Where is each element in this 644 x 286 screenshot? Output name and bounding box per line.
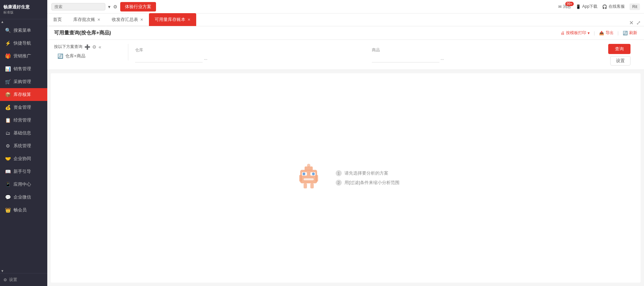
svg-rect-3: [304, 178, 314, 180]
msg-badge: 99+: [565, 2, 574, 6]
filter-schemes-panel: 按以下方案查询 ➕ ⚙ « 🔄 仓库+商品: [54, 44, 128, 60]
sidebar-label-search: 搜索菜单: [14, 27, 31, 33]
tab-available-ledger[interactable]: 可用量库存账本✕: [149, 13, 196, 26]
dropdown-arrow[interactable]: ▾: [108, 4, 110, 9]
sidebar-label-system: 系统管理: [14, 143, 31, 149]
filter-label-row: 按以下方案查询 ➕ ⚙ «: [54, 44, 125, 50]
warehouse-more-btn[interactable]: ...: [204, 56, 207, 61]
tab-collect-account[interactable]: 收发存汇总表✕: [106, 13, 149, 26]
tip-1: 1 请先选择要分析的方案: [336, 170, 400, 176]
sidebar-item-basic[interactable]: 🗂基础信息: [0, 127, 47, 139]
svg-rect-0: [300, 170, 317, 183]
filter-fields: 仓库 ... 商品 ... 查询 设置: [128, 44, 637, 66]
user-btn[interactable]: Rit: [629, 3, 640, 10]
tab-batch-account[interactable]: 库存批次账✕: [68, 13, 106, 26]
tab-close-collect-account[interactable]: ✕: [140, 18, 143, 22]
svg-point-10: [303, 173, 305, 175]
sidebar-icon-app-center: 📱: [5, 182, 11, 187]
sidebar-item-marketing[interactable]: 🎁营销推广: [0, 50, 47, 62]
tab-close-available-ledger[interactable]: ✕: [187, 18, 190, 22]
settings-btn[interactable]: 设置: [610, 56, 630, 66]
goods-more-btn[interactable]: ...: [441, 56, 444, 61]
scheme-label: 仓库+商品: [65, 53, 85, 59]
print-icon: 🖨: [561, 31, 565, 35]
warehouse-field: 仓库 ...: [135, 47, 365, 62]
maximize-window-btn[interactable]: ⤢: [636, 20, 641, 26]
print-btn[interactable]: 🖨 按模板打印 ▾: [561, 30, 590, 36]
sidebar-icon-basic: 🗂: [5, 130, 11, 136]
empty-tips: 1 请先选择要分析的方案 2 用[过滤]条件来缩小分析范围: [336, 170, 400, 186]
settings-scheme-btn[interactable]: ⚙: [92, 44, 97, 50]
query-btn[interactable]: 查询: [608, 44, 630, 54]
tip-num-1: 1: [336, 170, 342, 176]
sidebar-item-quick-nav[interactable]: ⚡快捷导航: [0, 37, 47, 50]
warehouse-input[interactable]: [135, 54, 203, 62]
sidebar-footer-label: 设置: [9, 277, 17, 283]
sidebar-item-system[interactable]: ⚙系统管理: [0, 139, 47, 152]
sidebar-icon-marketing: 🎁: [5, 53, 11, 59]
sidebar-item-inventory[interactable]: 📦库存核算: [0, 88, 47, 101]
sidebar-label-quick-nav: 快捷导航: [14, 40, 31, 46]
sidebar-item-app-center[interactable]: 📱应用中心: [0, 178, 47, 191]
refresh-btn[interactable]: 🔄 刷新: [623, 30, 637, 36]
sidebar-item-newbie[interactable]: 📖新手引导: [0, 165, 47, 178]
sidebar-item-vip[interactable]: 👑畅会员: [0, 204, 47, 216]
warehouse-label: 仓库: [135, 47, 365, 53]
empty-state-content: 1 请先选择要分析的方案 2 用[过滤]条件来缩小分析范围: [292, 158, 400, 198]
refresh-label: 刷新: [629, 30, 637, 36]
sidebar-item-enterprise-wechat[interactable]: 💬企业微信: [0, 191, 47, 204]
tab-label-batch-account: 库存批次账: [73, 17, 95, 23]
svg-point-11: [312, 173, 315, 175]
industry-btn[interactable]: 体验行业方案: [120, 2, 156, 11]
sidebar-scroll-up: ▲: [0, 19, 5, 24]
svg-rect-5: [315, 175, 318, 182]
service-btn[interactable]: 🎧 在线客服: [602, 4, 625, 9]
scheme-warehouse-goods[interactable]: 🔄 仓库+商品: [54, 52, 125, 60]
settings-icon[interactable]: ⚙: [3, 278, 7, 282]
sidebar-item-purchase[interactable]: 🛒采购管理: [0, 75, 47, 88]
sidebar-item-operations[interactable]: 📋经营管理: [0, 114, 47, 127]
export-label: 导出: [606, 30, 614, 36]
tabs-actions: ✕ ⤢: [626, 20, 644, 26]
sidebar-label-enterprise-wechat: 企业微信: [14, 194, 31, 200]
page-content: 可用量查询(按仓库+商品) 🖨 按模板打印 ▾ | 📤 导出 | 🔄 刷新: [47, 26, 644, 286]
filter-actions: 查询 设置: [608, 44, 630, 66]
sidebar-icon-enterprise-wechat: 💬: [5, 194, 11, 200]
sidebar-item-enterprise[interactable]: 🤝企业协同: [0, 152, 47, 165]
sidebar-label-purchase: 采购管理: [14, 79, 31, 85]
svg-rect-6: [304, 183, 307, 188]
refresh-icon: 🔄: [623, 31, 628, 35]
goods-label: 商品: [372, 47, 602, 53]
goods-field: 商品 ...: [372, 47, 602, 62]
gear-icon[interactable]: ⚙: [113, 4, 118, 9]
print-dropdown-icon[interactable]: ▾: [588, 31, 590, 35]
add-scheme-btn[interactable]: ➕: [84, 44, 90, 50]
sidebar-label-finance: 资金管理: [14, 104, 31, 110]
collapse-btn[interactable]: «: [99, 44, 101, 50]
search-input[interactable]: [51, 3, 105, 10]
close-window-btn[interactable]: ✕: [629, 20, 634, 26]
app-download-btn[interactable]: 📱 App下载: [576, 4, 597, 9]
sidebar-footer: ⚙ 设置: [0, 273, 47, 286]
separator-2: |: [618, 30, 619, 35]
sidebar-item-search[interactable]: 🔍搜索菜单: [0, 24, 47, 37]
page-header: 可用量查询(按仓库+商品) 🖨 按模板打印 ▾ | 📤 导出 | 🔄 刷新: [47, 26, 644, 40]
tab-close-batch-account[interactable]: ✕: [97, 18, 100, 22]
sidebar-icon-inventory: 📦: [5, 92, 11, 97]
tab-label-available-ledger: 可用量库存账本: [155, 17, 185, 23]
svg-rect-4: [299, 175, 302, 182]
sidebar-icon-finance: 💰: [5, 105, 11, 110]
tabs-bar: 首页库存批次账✕收发存汇总表✕可用量库存账本✕ ✕ ⤢: [47, 14, 644, 26]
topbar-right: ✉ 消息 99+ 📱 App下载 🎧 在线客服 Rit: [558, 3, 640, 10]
tab-home[interactable]: 首页: [47, 13, 68, 26]
export-btn[interactable]: 📤 导出: [599, 30, 614, 36]
sidebar-menu: 🔍搜索菜单⚡快捷导航🎁营销推广📊销售管理🛒采购管理📦库存核算💰资金管理📋经营管理…: [0, 24, 47, 268]
msg-btn[interactable]: ✉ 消息 99+: [558, 4, 571, 9]
app-icon: 📱: [576, 4, 581, 9]
sidebar-item-sales[interactable]: 📊销售管理: [0, 62, 47, 75]
print-label: 按模板打印: [566, 30, 586, 36]
sidebar-item-finance[interactable]: 💰资金管理: [0, 101, 47, 114]
tip-2: 2 用[过滤]条件来缩小分析范围: [336, 180, 400, 186]
goods-input[interactable]: [372, 54, 439, 62]
sidebar-label-vip: 畅会员: [14, 207, 27, 213]
